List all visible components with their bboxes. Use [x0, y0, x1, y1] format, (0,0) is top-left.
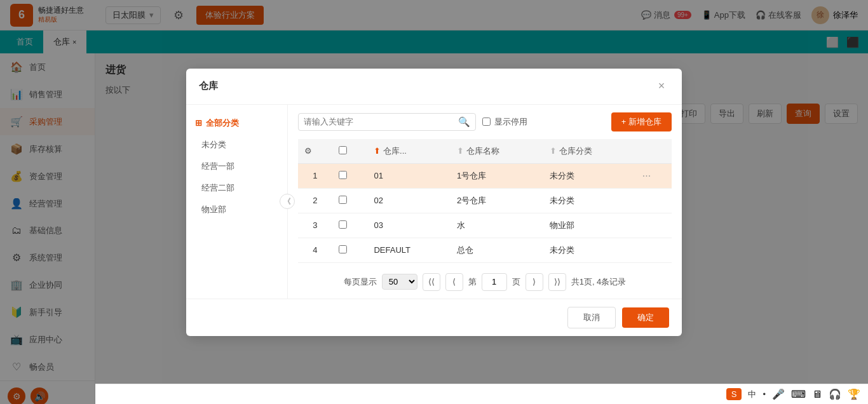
row-num: 2 [298, 188, 332, 213]
category-panel: ⊞ 全部分类 未分类 经营一部 经营二部 物业部 《 [186, 105, 288, 299]
row-check[interactable] [332, 238, 368, 262]
show-disabled-checkbox[interactable]: 显示停用 [482, 116, 527, 128]
table-row[interactable]: 4 DEFAULT 总仓 未分类 [298, 238, 672, 262]
sort-icon-name: ⬆ [457, 146, 464, 156]
table-row[interactable]: 2 02 2号仓库 未分类 [298, 188, 672, 213]
category-item-property[interactable]: 物业部 [186, 199, 287, 220]
row-check[interactable] [332, 188, 368, 213]
row-name: 2号仓库 [451, 188, 543, 213]
col-settings: ⚙ [298, 139, 332, 164]
warehouse-modal: 仓库 × ⊞ 全部分类 未分类 经营一部 经营二部 物业部 《 [186, 69, 682, 336]
per-page-label: 每页显示 [344, 276, 377, 288]
per-page-select[interactable]: 50 100 200 [382, 274, 417, 290]
table-row[interactable]: 1 01 1号仓库 未分类 ··· [298, 163, 672, 188]
row-name: 总仓 [451, 238, 543, 262]
pagination: 每页显示 50 100 200 ⟨⟨ ⟨ 第 页 ⟩ ⟩⟩ 共1页, 4条记录 [298, 273, 672, 291]
bottom-dot: • [763, 389, 766, 399]
all-category-item[interactable]: ⊞ 全部分类 [186, 112, 287, 134]
col-id[interactable]: ⬆ 仓库... [367, 139, 451, 164]
modal-title: 仓库 [199, 80, 218, 92]
bottom-bar: S 中 • 🎤 ⌨ 🖥 🎧 🏆 [95, 384, 868, 404]
bottom-chinese: 中 [748, 389, 756, 400]
bottom-monitor-icon[interactable]: 🖥 [812, 389, 822, 400]
page-label-suffix: 页 [512, 276, 520, 288]
table-row[interactable]: 3 03 水 物业部 [298, 213, 672, 238]
prev-page-button[interactable]: ⟨ [445, 273, 463, 291]
next-page-button[interactable]: ⟩ [526, 273, 543, 291]
page-input[interactable] [482, 273, 507, 291]
col-name[interactable]: ⬆ 仓库名称 [451, 139, 543, 164]
col-actions [636, 139, 672, 164]
col-category[interactable]: ⬆ 仓库分类 [543, 139, 636, 164]
search-icon[interactable]: 🔍 [458, 116, 470, 128]
cancel-button[interactable]: 取消 [567, 307, 616, 328]
search-input[interactable] [304, 117, 458, 126]
row-more[interactable] [636, 188, 672, 213]
last-page-button[interactable]: ⟩⟩ [548, 273, 566, 291]
warehouse-table: ⚙ ⬆ 仓库... ⬆ 仓库名称 ⬆ 仓库分类 [298, 139, 672, 263]
row-id: 01 [367, 163, 451, 188]
sort-icon: ⬆ [374, 146, 381, 156]
row-name: 1号仓库 [451, 163, 543, 188]
collapse-panel-button[interactable]: 《 [280, 194, 295, 209]
modal-overlay: 仓库 × ⊞ 全部分类 未分类 经营一部 经营二部 物业部 《 [0, 0, 868, 404]
category-item-ops1[interactable]: 经营一部 [186, 156, 287, 177]
bottom-keyboard-icon[interactable]: ⌨ [791, 388, 806, 400]
col-check [332, 139, 368, 164]
bottom-logo: S [726, 388, 742, 400]
category-item-unclassified[interactable]: 未分类 [186, 134, 287, 156]
sort-icon-cat: ⬆ [550, 146, 557, 156]
row-id: 02 [367, 188, 451, 213]
table-body: 1 01 1号仓库 未分类 ··· 2 02 2号仓库 未分类 [298, 163, 672, 262]
modal-close-button[interactable]: × [654, 79, 669, 94]
table-panel: 🔍 显示停用 + 新增仓库 ⚙ ⬆ 仓库... [288, 105, 682, 299]
row-check[interactable] [332, 213, 368, 238]
bottom-trophy-icon[interactable]: 🏆 [848, 388, 860, 400]
row-category: 未分类 [543, 188, 636, 213]
row-more[interactable]: ··· [636, 163, 672, 188]
page-label-prefix: 第 [468, 276, 477, 288]
table-header: ⚙ ⬆ 仓库... ⬆ 仓库名称 ⬆ 仓库分类 [298, 139, 672, 164]
row-id: DEFAULT [367, 238, 451, 262]
modal-footer: 取消 确定 [186, 299, 682, 336]
row-id: 03 [367, 213, 451, 238]
bottom-mic-icon[interactable]: 🎤 [772, 388, 785, 400]
modal-body: ⊞ 全部分类 未分类 经营一部 经营二部 物业部 《 🔍 [186, 105, 682, 299]
row-category: 未分类 [543, 163, 636, 188]
show-disabled-input[interactable] [482, 118, 491, 126]
total-label: 共1页, 4条记录 [571, 276, 627, 288]
grid-icon: ⊞ [195, 118, 202, 128]
row-name: 水 [451, 213, 543, 238]
row-num: 4 [298, 238, 332, 262]
bottom-headset-icon[interactable]: 🎧 [829, 388, 841, 400]
row-check[interactable] [332, 163, 368, 188]
modal-header: 仓库 × [186, 69, 682, 105]
row-num: 3 [298, 213, 332, 238]
row-category: 未分类 [543, 238, 636, 262]
search-box: 🔍 [298, 113, 476, 131]
row-category: 物业部 [543, 213, 636, 238]
row-more[interactable] [636, 213, 672, 238]
first-page-button[interactable]: ⟨⟨ [423, 273, 440, 291]
select-all-checkbox[interactable] [339, 146, 347, 154]
confirm-button[interactable]: 确定 [622, 307, 669, 328]
new-warehouse-button[interactable]: + 新增仓库 [611, 112, 672, 131]
row-more[interactable] [636, 238, 672, 262]
table-toolbar: 🔍 显示停用 + 新增仓库 [298, 112, 672, 131]
row-num: 1 [298, 163, 332, 188]
category-item-ops2[interactable]: 经营二部 [186, 177, 287, 199]
